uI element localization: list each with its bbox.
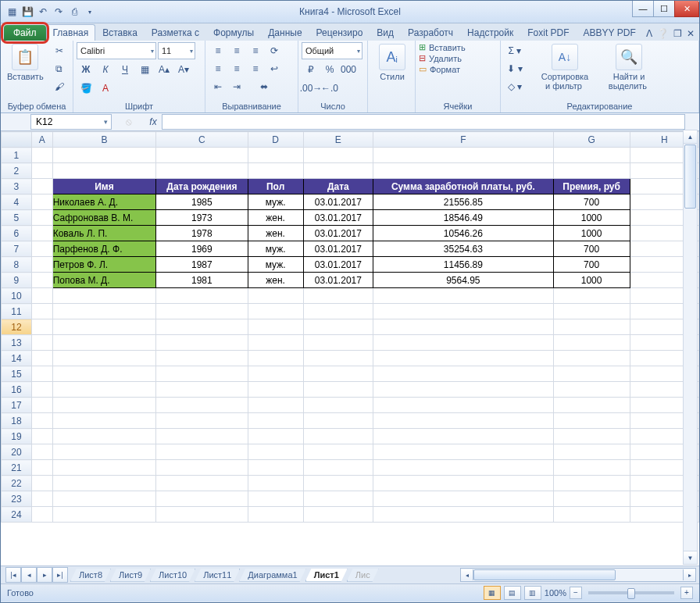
row-header[interactable]: 1: [2, 148, 32, 163]
sort-filter-button[interactable]: A↓ Сортировка и фильтр: [534, 42, 596, 92]
name-box[interactable]: K12 ▾: [30, 114, 112, 130]
cell[interactable]: [31, 179, 52, 194]
cell[interactable]: 11456.89: [373, 257, 554, 273]
cell[interactable]: [553, 148, 630, 163]
close-button[interactable]: ✕: [674, 1, 699, 17]
decrease-indent-icon[interactable]: ⇤: [209, 78, 227, 95]
cell[interactable]: [31, 288, 52, 304]
cell[interactable]: [31, 429, 52, 444]
cell[interactable]: [373, 288, 554, 304]
cell[interactable]: [248, 382, 303, 398]
ribbon-tab-addins[interactable]: Надстройк: [460, 24, 520, 41]
cell[interactable]: Дата: [303, 179, 373, 194]
cell[interactable]: [31, 413, 52, 429]
cell[interactable]: муж.: [248, 194, 303, 210]
format-painter-icon[interactable]: 🖌: [50, 78, 69, 95]
cell[interactable]: 1978: [156, 226, 248, 241]
number-format-combo[interactable]: Общий▾: [302, 42, 362, 59]
cell[interactable]: [248, 148, 303, 163]
undo-icon[interactable]: ↶: [37, 5, 49, 18]
ribbon-tab-foxit[interactable]: Foxit PDF: [520, 24, 576, 41]
insert-cells-button[interactable]: ⊞Вставить: [419, 42, 466, 52]
sheet-tab[interactable]: Лист10: [150, 569, 195, 582]
cell[interactable]: [303, 319, 373, 335]
font-size-combo[interactable]: 11▾: [158, 42, 195, 59]
ribbon-tab-insert[interactable]: Вставка: [95, 24, 145, 41]
row-header[interactable]: 23: [2, 491, 32, 507]
cell[interactable]: [31, 444, 52, 460]
cell[interactable]: [31, 319, 52, 335]
align-right-icon[interactable]: ≡: [246, 60, 265, 77]
horizontal-scrollbar[interactable]: ◂ ▸: [460, 568, 696, 582]
cell[interactable]: муж.: [248, 257, 303, 273]
cell[interactable]: 03.01.2017: [303, 257, 373, 273]
cell[interactable]: [303, 491, 373, 507]
redo-icon[interactable]: ↷: [52, 5, 65, 18]
orientation-icon[interactable]: ⟳: [265, 42, 284, 59]
select-all-corner[interactable]: [2, 132, 32, 148]
view-page-layout-icon[interactable]: ▤: [504, 586, 521, 600]
cell[interactable]: жен.: [248, 226, 303, 241]
quick-print-icon[interactable]: ⎙: [68, 5, 80, 18]
row-header[interactable]: 6: [2, 226, 32, 241]
decrease-decimal-icon[interactable]: ←.0: [320, 80, 339, 97]
row-header[interactable]: 4: [2, 194, 32, 210]
cell[interactable]: [31, 382, 52, 398]
cell[interactable]: [248, 413, 303, 429]
cell[interactable]: [52, 351, 155, 366]
cell[interactable]: [303, 460, 373, 476]
cell[interactable]: [553, 366, 630, 382]
cell[interactable]: [373, 351, 554, 366]
row-header[interactable]: 14: [2, 351, 32, 366]
cell[interactable]: 03.01.2017: [303, 210, 373, 226]
cell[interactable]: Пол: [248, 179, 303, 194]
cell[interactable]: [373, 491, 554, 507]
col-header-E[interactable]: E: [303, 132, 373, 148]
cell[interactable]: [248, 319, 303, 335]
hscroll-thumb[interactable]: [473, 569, 616, 580]
cell[interactable]: [156, 444, 248, 460]
clear-icon[interactable]: ◇ ▾: [504, 78, 526, 95]
cell[interactable]: 03.01.2017: [303, 241, 373, 257]
ribbon-tab-data[interactable]: Данные: [261, 24, 309, 41]
sheet-tab[interactable]: Диаграмма1: [239, 569, 305, 582]
cell[interactable]: [52, 460, 155, 476]
file-tab[interactable]: Файл: [4, 25, 46, 41]
sheet-nav-last-icon[interactable]: ▸|: [52, 567, 68, 583]
sheet-tab[interactable]: Лист1: [305, 569, 348, 582]
help-icon[interactable]: ❔: [657, 28, 669, 39]
row-header[interactable]: 2: [2, 163, 32, 179]
cell[interactable]: 18546.49: [373, 210, 554, 226]
cell[interactable]: [303, 288, 373, 304]
cell[interactable]: [52, 335, 155, 351]
save-icon[interactable]: 💾: [21, 5, 34, 18]
underline-icon[interactable]: Ч: [116, 61, 134, 78]
fill-color-icon[interactable]: 🪣: [77, 80, 95, 97]
cell[interactable]: 1985: [156, 194, 248, 210]
cell[interactable]: 1969: [156, 241, 248, 257]
copy-icon[interactable]: ⧉: [50, 60, 69, 77]
row-header[interactable]: 11: [2, 304, 32, 319]
col-header-F[interactable]: F: [373, 132, 554, 148]
styles-button[interactable]: Aᵢ Стили: [371, 42, 413, 83]
cell[interactable]: [52, 148, 155, 163]
cell[interactable]: [303, 413, 373, 429]
row-header[interactable]: 5: [2, 210, 32, 226]
cell[interactable]: [52, 413, 155, 429]
cell[interactable]: [553, 491, 630, 507]
cell[interactable]: Сумма заработной платы, руб.: [373, 179, 554, 194]
cell[interactable]: [248, 507, 303, 523]
cell[interactable]: [156, 507, 248, 523]
cell[interactable]: [156, 382, 248, 398]
ribbon-tab-developer[interactable]: Разработч: [401, 24, 460, 41]
cell[interactable]: [52, 288, 155, 304]
cell[interactable]: [303, 335, 373, 351]
cell[interactable]: [303, 507, 373, 523]
cell[interactable]: Дата рождения: [156, 179, 248, 194]
cell[interactable]: [303, 382, 373, 398]
vertical-scrollbar[interactable]: ▲ ▼: [683, 130, 698, 565]
cell[interactable]: [248, 491, 303, 507]
cell[interactable]: [52, 444, 155, 460]
cell[interactable]: [156, 366, 248, 382]
formula-input[interactable]: [162, 114, 685, 130]
